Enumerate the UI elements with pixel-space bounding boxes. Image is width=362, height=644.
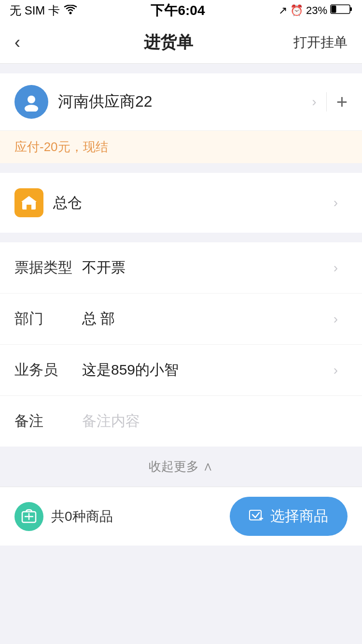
salesperson-value: 这是859的小智 <box>82 360 334 380</box>
warehouse-icon-wrapper <box>14 188 43 217</box>
status-left: 无 SIM 卡 <box>10 3 77 18</box>
warehouse-icon <box>14 188 43 217</box>
supplier-chevron-icon: › <box>312 94 316 110</box>
product-count-label: 共0种商品 <box>51 507 113 526</box>
gray-bottom-area <box>0 546 362 644</box>
warehouse-chevron-icon: › <box>334 195 338 210</box>
svg-point-4 <box>28 96 35 103</box>
back-button[interactable]: ‹ <box>14 32 43 53</box>
notice-text: 应付-20元，现结 <box>14 140 108 154</box>
warehouse-row[interactable]: 总仓 › <box>0 173 362 233</box>
department-chevron-icon: › <box>334 311 338 327</box>
page-title: 进货单 <box>144 31 193 54</box>
battery-label: 23% <box>306 4 327 17</box>
remark-input[interactable]: 备注内容 <box>82 411 348 431</box>
bottom-toolbar: 共0种商品 选择商品 <box>0 487 362 546</box>
status-bar: 无 SIM 卡 下午6:04 ↗ ⏰ 23% <box>0 0 362 21</box>
status-time: 下午6:04 <box>151 1 205 20</box>
remark-label: 备注 <box>14 411 82 431</box>
nav-bar: ‹ 进货单 打开挂单 <box>0 21 362 64</box>
svg-point-0 <box>70 12 72 14</box>
supplier-avatar <box>14 85 48 119</box>
battery-icon <box>330 4 352 17</box>
supplier-name: 河南供应商22 <box>58 91 312 112</box>
alarm-icon: ⏰ <box>290 4 303 17</box>
supplier-row[interactable]: 河南供应商22 › + <box>0 73 362 131</box>
department-value: 总 部 <box>82 309 334 329</box>
location-icon: ↗ <box>278 4 287 17</box>
section-gap-1 <box>0 64 362 73</box>
product-icon <box>14 502 43 531</box>
section-gap-2 <box>0 163 362 173</box>
department-row[interactable]: 部门 总 部 › <box>0 294 362 345</box>
warehouse-name: 总仓 <box>53 193 334 213</box>
warehouse-section: 总仓 › <box>0 173 362 233</box>
status-right: ↗ ⏰ 23% <box>278 4 352 17</box>
collapse-label: 收起更多 ∧ <box>149 458 213 475</box>
remark-row[interactable]: 备注 备注内容 <box>0 396 362 447</box>
svg-rect-2 <box>350 7 352 11</box>
salesperson-chevron-icon: › <box>334 363 338 378</box>
divider <box>326 92 327 112</box>
section-gap-3 <box>0 233 362 242</box>
svg-marker-7 <box>21 196 37 202</box>
product-count-area: 共0种商品 <box>14 502 113 531</box>
form-section: 票据类型 不开票 › 部门 总 部 › 业务员 这是859的小智 › 备注 备注… <box>0 242 362 447</box>
collapse-row[interactable]: 收起更多 ∧ <box>0 447 362 487</box>
invoice-type-row[interactable]: 票据类型 不开票 › <box>0 242 362 294</box>
salesperson-row[interactable]: 业务员 这是859的小智 › <box>0 345 362 396</box>
no-sim-label: 无 SIM 卡 <box>10 3 60 18</box>
svg-rect-8 <box>27 205 31 210</box>
salesperson-label: 业务员 <box>14 360 82 380</box>
notice-bar: 应付-20元，现结 <box>0 131 362 163</box>
supplier-section: 河南供应商22 › + 应付-20元，现结 <box>0 73 362 163</box>
invoice-type-value: 不开票 <box>82 258 334 278</box>
add-supplier-button[interactable]: + <box>336 91 348 113</box>
select-product-button[interactable]: 选择商品 <box>230 497 348 536</box>
invoice-type-chevron-icon: › <box>334 260 338 276</box>
svg-rect-3 <box>331 6 336 13</box>
svg-point-5 <box>25 105 38 112</box>
wifi-icon <box>64 4 77 17</box>
department-label: 部门 <box>14 309 82 329</box>
select-product-label: 选择商品 <box>270 506 328 526</box>
invoice-type-label: 票据类型 <box>14 258 82 278</box>
open-pending-button[interactable]: 打开挂单 <box>293 33 348 52</box>
